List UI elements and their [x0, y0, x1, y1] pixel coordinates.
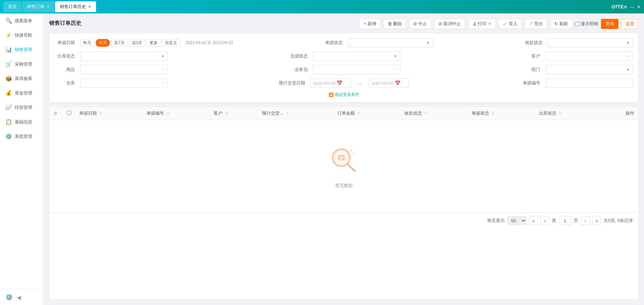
customer-label: 客户 [520, 53, 540, 59]
refresh-btn[interactable]: ↻ 刷新 [550, 19, 572, 29]
salesman-ellipsis-icon: ··· [394, 68, 397, 72]
settings-btn[interactable]: 设置 [621, 19, 639, 29]
sidebar-item-ops-mgmt-label: 经营管理 [15, 105, 32, 111]
page-size-select[interactable]: 20 50 100 [507, 216, 526, 225]
minimize-btn[interactable]: — [630, 4, 634, 9]
sidebar-settings-icon[interactable]: ⚙️ [5, 294, 13, 301]
sidebar-item-inventory-check[interactable]: 📦 库存核算 [0, 71, 43, 86]
svg-point-8 [353, 153, 355, 155]
th-order-amount[interactable]: 订单金额 ⇅ [333, 107, 400, 120]
date-btn-today[interactable]: 今天 [96, 39, 110, 47]
tab-home[interactable]: 首页 [3, 1, 22, 12]
product-select[interactable]: ··· [80, 65, 168, 74]
bill-date-sort-icon: ⇅ [99, 111, 102, 115]
th-delivery-date[interactable]: 预计交货... ⇅ [258, 107, 333, 120]
data-table: ⚙ 单据日期 ⇅ 单据编号 ⇅ [49, 107, 638, 213]
system-mgmt-icon: ⚙️ [5, 133, 12, 140]
sidebar-item-search-menu[interactable]: 🔍 搜索菜单 [0, 13, 43, 28]
th-payment-status[interactable]: 收款状态 ⇅ [400, 107, 468, 120]
sidebar-item-purchase-mgmt[interactable]: 🛒 采购管理 [0, 57, 43, 71]
cancel-stop-btn[interactable]: ⊘ 取消中止 [434, 19, 465, 29]
warehouse-label: 仓库 [55, 80, 75, 86]
query-btn[interactable]: 查询 [601, 19, 618, 29]
last-page-btn[interactable]: » [592, 216, 601, 225]
page-num-input[interactable] [559, 216, 571, 225]
salesman-select[interactable]: ··· [313, 65, 400, 74]
stop-btn[interactable]: ⊘ 中止 [409, 19, 431, 29]
sidebar-item-ops-mgmt[interactable]: 📈 经营管理 [0, 100, 43, 115]
sidebar-collapse-icon[interactable]: ◀ [17, 294, 21, 301]
svg-point-7 [350, 149, 353, 152]
show-detail-checkbox-label[interactable]: 显示明细 [575, 21, 598, 27]
tab-sales-order-history-label: 销售订单历史 [60, 4, 86, 10]
complete-label: 完成状态 [288, 53, 308, 59]
content-area: 销售订单历史 + 新增 🗑 删除 ⊘ 中止 ⊘ 取消中止 🖨 打印 ▼ ↙ 导入… [44, 13, 644, 305]
jump-prefix: 第 [552, 218, 556, 224]
th-bill-no[interactable]: 单据编号 ⇅ [142, 107, 210, 120]
main-layout: 🔍 搜索菜单 ⚡ 快捷导航 📊 销售管理 🛒 采购管理 📦 库存核算 💰 资金管… [0, 13, 644, 305]
th-bill-date[interactable]: 单据日期 ⇅ [75, 107, 142, 120]
empty-row: 暂无数据 [49, 120, 638, 213]
date-btn-1month[interactable]: 近1月 [129, 39, 145, 47]
delete-btn[interactable]: 🗑 删除 [383, 19, 406, 29]
sidebar-item-basic-info[interactable]: 📋 基础信息 [0, 115, 43, 129]
first-page-btn[interactable]: « [529, 216, 538, 225]
empty-text: 暂无数据 [335, 183, 353, 189]
select-all-checkbox[interactable] [67, 111, 71, 115]
complete-select[interactable]: ▼ [313, 51, 400, 61]
th-bill-status[interactable]: 单据状态 ⇅ [468, 107, 535, 120]
customer-ellipsis-icon: ··· [627, 54, 630, 58]
sidebar-item-fund-mgmt[interactable]: 💰 资金管理 [0, 86, 43, 100]
bill-status-select[interactable]: ▼ [348, 38, 433, 47]
date-btn-custom[interactable]: 自定义 [162, 39, 180, 47]
payment-status-chevron-icon: ▼ [626, 41, 630, 45]
tab-sales-order-close[interactable]: ✕ [46, 4, 50, 9]
delivery-date-end-cal-icon: 📅 [395, 80, 400, 86]
dept-select[interactable]: ▼ [546, 65, 633, 74]
stock-out-label: 出库状态 [55, 53, 75, 59]
tab-list: 首页 销售订单 ✕ 销售订单历史 ✕ [3, 1, 611, 12]
export-btn[interactable]: ↗ 导出 [524, 19, 548, 29]
th-customer[interactable]: 客户 ⇅ [210, 107, 258, 120]
collapse-btn[interactable]: 🔼 收起更多条件 [55, 92, 633, 98]
delivery-date-end-placeholder: yyyy-mm-dd [372, 81, 393, 85]
customer-sort-icon: ⇅ [225, 111, 228, 115]
th-stock-out-status[interactable]: 出库状态 ⇅ [535, 107, 602, 120]
filter-row-3: 商品 ··· 业务员 ··· 部门 ▼ [55, 65, 633, 74]
print-btn[interactable]: 🖨 打印 ▼ [468, 19, 496, 29]
new-btn[interactable]: + 新增 [359, 19, 381, 29]
date-btn-more[interactable]: 更多 [146, 39, 161, 47]
jump-suffix: 页 [574, 218, 578, 224]
sidebar-item-system-mgmt[interactable]: ⚙️ 系统管理 [0, 129, 43, 144]
tab-sales-order[interactable]: 销售订单 ✕ [22, 1, 54, 12]
show-detail-checkbox[interactable] [575, 22, 579, 26]
bill-no-input[interactable] [546, 78, 633, 88]
payment-status-select[interactable]: ▼ [548, 38, 633, 47]
date-btn-yesterday[interactable]: 昨天 [80, 39, 94, 47]
warehouse-ellipsis-icon: ··· [162, 81, 165, 85]
tab-sales-order-history-close[interactable]: ✕ [88, 4, 91, 9]
sidebar-item-system-mgmt-label: 系统管理 [15, 134, 32, 140]
show-detail-label: 显示明细 [581, 21, 598, 27]
warehouse-select[interactable]: ··· [80, 78, 168, 88]
delivery-date-start-placeholder: yyyy-mm-dd [313, 81, 335, 85]
sidebar-item-search-menu-label: 搜索菜单 [15, 18, 32, 24]
customer-select[interactable]: ··· [546, 51, 633, 61]
sidebar-item-quick-nav[interactable]: ⚡ 快捷导航 [0, 28, 43, 42]
sidebar-item-sales-mgmt[interactable]: 📊 销售管理 [0, 42, 43, 57]
sidebar: 🔍 搜索菜单 ⚡ 快捷导航 📊 销售管理 🛒 采购管理 📦 库存核算 💰 资金管… [0, 13, 44, 305]
th-settings: ⚙ [49, 107, 63, 120]
next-page-btn[interactable]: › [581, 216, 590, 225]
prev-page-btn[interactable]: ‹ [541, 216, 549, 225]
stock-out-select[interactable]: ▼ [80, 51, 168, 61]
filter-row-4: 仓库 ··· 预计交货日期 yyyy-mm-dd 📅 — yyyy-mm-dd … [55, 78, 633, 88]
import-btn[interactable]: ↙ 导入 [499, 19, 522, 29]
tab-sales-order-history[interactable]: 销售订单历史 ✕ [55, 1, 96, 12]
date-btn-7days[interactable]: 近7天 [111, 39, 128, 47]
delivery-date-start-input[interactable]: yyyy-mm-dd 📅 [310, 78, 351, 88]
delivery-date-end-input[interactable]: yyyy-mm-dd 📅 [369, 78, 409, 88]
table-settings-icon[interactable]: ⚙ [53, 111, 57, 116]
payment-status-sort-icon: ⇅ [424, 111, 427, 115]
delivery-date-sort-icon: ⇅ [286, 111, 289, 115]
close-btn[interactable]: ✕ [637, 4, 641, 9]
